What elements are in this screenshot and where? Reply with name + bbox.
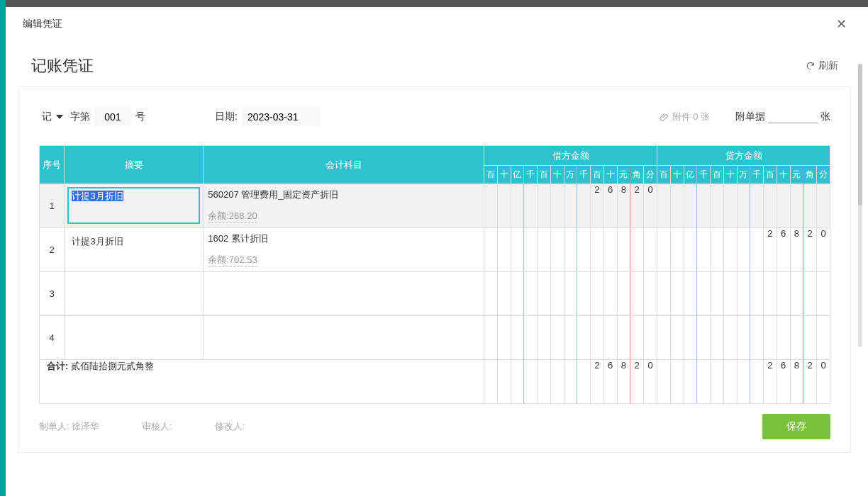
debit-digit[interactable]: [564, 316, 577, 360]
debit-digit[interactable]: [577, 184, 591, 228]
summary-cell[interactable]: [65, 272, 204, 316]
table-row[interactable]: 4: [40, 316, 830, 360]
credit-digit[interactable]: [790, 272, 803, 316]
subject-cell[interactable]: 560207 管理费用_固定资产折旧余额:268.20: [204, 184, 484, 228]
credit-digit[interactable]: [737, 184, 750, 228]
credit-digit[interactable]: [711, 272, 724, 316]
scrollbar-thumb[interactable]: [858, 64, 862, 205]
debit-digit[interactable]: [524, 316, 538, 360]
debit-digit[interactable]: [484, 272, 498, 316]
close-icon[interactable]: ✕: [836, 16, 847, 32]
credit-digit[interactable]: [764, 272, 777, 316]
debit-digit[interactable]: [484, 316, 498, 360]
credit-digit[interactable]: [817, 184, 830, 228]
table-row[interactable]: 1计提3月折旧560207 管理费用_固定资产折旧余额:268.2026820: [40, 184, 830, 228]
debit-digit[interactable]: [603, 228, 617, 272]
credit-digit[interactable]: [684, 272, 697, 316]
debit-digit[interactable]: [603, 272, 617, 316]
voucher-type-select[interactable]: 记 字第 号: [39, 107, 145, 127]
credit-digit[interactable]: 6: [777, 228, 790, 272]
credit-digit[interactable]: [711, 184, 724, 228]
debit-digit[interactable]: [511, 272, 524, 316]
subject-cell[interactable]: [204, 272, 484, 316]
debit-digit[interactable]: [564, 228, 577, 272]
credit-digit[interactable]: [803, 184, 817, 228]
credit-digit[interactable]: [737, 316, 750, 360]
debit-digit[interactable]: [524, 184, 538, 228]
debit-digit[interactable]: 8: [617, 184, 630, 228]
debit-digit[interactable]: [603, 316, 617, 360]
debit-digit[interactable]: [577, 272, 591, 316]
debit-digit[interactable]: 0: [644, 184, 657, 228]
credit-digit[interactable]: [657, 228, 671, 272]
credit-digit[interactable]: [684, 184, 697, 228]
credit-digit[interactable]: [723, 272, 737, 316]
debit-digit[interactable]: [630, 272, 644, 316]
debit-digit[interactable]: [550, 184, 564, 228]
debit-digit[interactable]: [591, 228, 604, 272]
debit-digit[interactable]: [524, 228, 538, 272]
credit-digit[interactable]: 2: [803, 228, 817, 272]
credit-digit[interactable]: [790, 316, 803, 360]
debit-digit[interactable]: [538, 184, 551, 228]
summary-cell[interactable]: 计提3月折旧: [65, 184, 204, 228]
debit-digit[interactable]: [497, 272, 511, 316]
debit-digit[interactable]: 2: [591, 184, 604, 228]
credit-digit[interactable]: [737, 272, 750, 316]
credit-digit[interactable]: [750, 228, 764, 272]
credit-digit[interactable]: [777, 184, 790, 228]
credit-digit[interactable]: [697, 228, 711, 272]
summary-cell[interactable]: 计提3月折旧: [65, 228, 204, 272]
debit-digit[interactable]: [550, 316, 564, 360]
debit-digit[interactable]: [564, 272, 577, 316]
debit-digit[interactable]: [484, 228, 498, 272]
credit-digit[interactable]: [750, 184, 764, 228]
debit-digit[interactable]: [497, 228, 511, 272]
credit-digit[interactable]: 8: [790, 228, 803, 272]
credit-digit[interactable]: [697, 272, 711, 316]
subject-cell[interactable]: 1602 累计折旧余额:702.53: [204, 228, 484, 272]
credit-digit[interactable]: [803, 316, 817, 360]
debit-digit[interactable]: [577, 316, 591, 360]
credit-digit[interactable]: [657, 272, 671, 316]
credit-digit[interactable]: 2: [764, 228, 777, 272]
debit-digit[interactable]: [511, 184, 524, 228]
debit-digit[interactable]: [550, 272, 564, 316]
debit-digit[interactable]: [591, 272, 604, 316]
credit-digit[interactable]: [657, 184, 671, 228]
credit-digit[interactable]: [817, 272, 830, 316]
credit-digit[interactable]: [777, 272, 790, 316]
attachment-button[interactable]: 附件 0 张: [660, 111, 710, 123]
credit-digit[interactable]: [764, 184, 777, 228]
summary-input[interactable]: 计提3月折旧: [67, 187, 200, 224]
debit-digit[interactable]: [630, 228, 644, 272]
debit-digit[interactable]: [577, 228, 591, 272]
subject-cell[interactable]: [204, 316, 484, 360]
table-row[interactable]: 3: [40, 272, 830, 316]
debit-digit[interactable]: [524, 272, 538, 316]
credit-digit[interactable]: [670, 184, 684, 228]
credit-digit[interactable]: [777, 316, 790, 360]
summary-cell[interactable]: [65, 316, 204, 360]
credit-digit[interactable]: [697, 316, 711, 360]
credit-digit[interactable]: [670, 316, 684, 360]
credit-digit[interactable]: [750, 316, 764, 360]
credit-digit[interactable]: [764, 316, 777, 360]
credit-digit[interactable]: 0: [817, 228, 830, 272]
debit-digit[interactable]: [497, 316, 511, 360]
debit-digit[interactable]: [511, 228, 524, 272]
debit-digit[interactable]: [644, 228, 657, 272]
voucher-number-input[interactable]: [94, 107, 131, 127]
credit-digit[interactable]: [711, 316, 724, 360]
save-button[interactable]: 保存: [762, 414, 830, 439]
debit-digit[interactable]: [550, 228, 564, 272]
voucher-date-input[interactable]: [242, 107, 320, 127]
table-row[interactable]: 2计提3月折旧1602 累计折旧余额:702.5326820: [40, 228, 830, 272]
credit-digit[interactable]: [657, 316, 671, 360]
debit-digit[interactable]: [497, 184, 511, 228]
debit-digit[interactable]: 6: [603, 184, 617, 228]
attach-pages-input[interactable]: [768, 111, 818, 123]
credit-digit[interactable]: [723, 184, 737, 228]
debit-digit[interactable]: [538, 228, 551, 272]
debit-digit[interactable]: [617, 316, 630, 360]
